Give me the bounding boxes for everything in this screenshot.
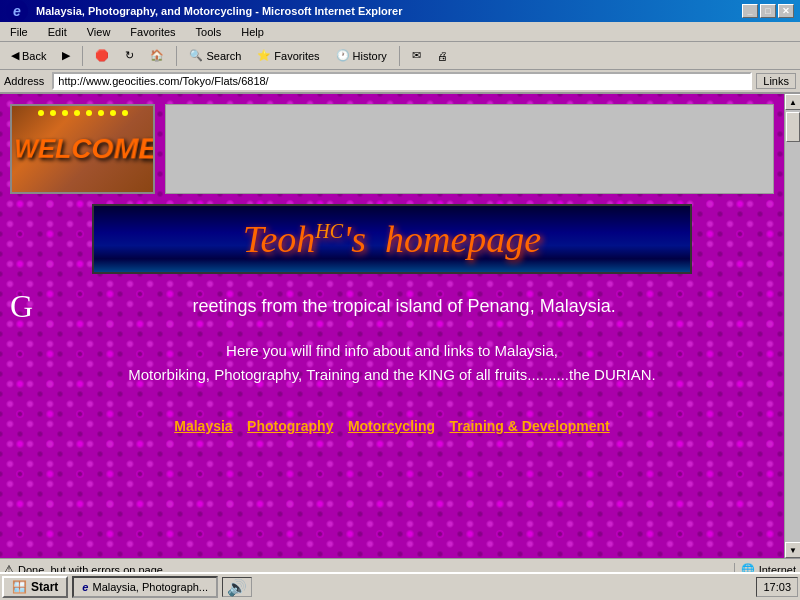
address-bar: Address Links (0, 70, 800, 94)
photography-link[interactable]: Photography (247, 418, 333, 434)
banner-placeholder (165, 104, 774, 194)
page-background: WELCOME TeohHC's homepage Greetings from… (0, 94, 784, 558)
light-6 (98, 110, 104, 116)
menu-help[interactable]: Help (235, 25, 270, 39)
history-icon: 🕐 (336, 49, 350, 62)
back-icon: ◀ (11, 49, 19, 62)
scroll-track[interactable] (785, 110, 800, 542)
separator-2 (176, 46, 177, 66)
page-banner: TeohHC's homepage (92, 204, 692, 274)
light-8 (122, 110, 128, 116)
greeting-sub: Here you will find info about and links … (10, 339, 774, 387)
content-area: WELCOME TeohHC's homepage Greetings from… (0, 94, 784, 558)
greeting-main: Greetings from the tropical island of Pe… (10, 294, 774, 319)
links-button[interactable]: Links (756, 73, 796, 89)
bottom-links: Malaysia Photography Motorcycling Traini… (10, 417, 774, 455)
menu-file[interactable]: File (4, 25, 34, 39)
home-button[interactable]: 🏠 (143, 44, 171, 68)
print-button[interactable]: 🖨 (430, 44, 455, 68)
history-button[interactable]: 🕐 History (329, 44, 394, 68)
menu-view[interactable]: View (81, 25, 117, 39)
mail-icon: ✉ (412, 49, 421, 62)
close-button[interactable]: ✕ (778, 4, 794, 18)
taskbar-ie-item[interactable]: e Malaysia, Photograph... (72, 576, 218, 598)
menu-tools[interactable]: Tools (190, 25, 228, 39)
address-label: Address (4, 75, 44, 87)
home-icon: 🏠 (150, 49, 164, 62)
welcome-image: WELCOME (10, 104, 155, 194)
favorites-button[interactable]: ⭐ Favorites (250, 44, 326, 68)
taskbar-ie-icon: e (82, 581, 88, 593)
forward-button[interactable]: ▶ (55, 44, 77, 68)
title-text: Malaysia, Photography, and Motorcycling … (36, 5, 403, 17)
welcome-section: WELCOME (10, 104, 774, 194)
welcome-lights (38, 110, 128, 116)
refresh-button[interactable]: ↻ (118, 44, 141, 68)
vertical-scrollbar: ▲ ▼ (784, 94, 800, 558)
windows-icon: 🪟 (12, 580, 27, 594)
back-button[interactable]: ◀ Back (4, 44, 53, 68)
search-icon: 🔍 (189, 49, 203, 62)
mail-button[interactable]: ✉ (405, 44, 428, 68)
toolbar: ◀ Back ▶ 🛑 ↻ 🏠 🔍 Search ⭐ Favorites 🕐 Hi… (0, 42, 800, 70)
scroll-up-button[interactable]: ▲ (785, 94, 800, 110)
tray-speaker-icon: 🔊 (227, 578, 247, 597)
scroll-thumb[interactable] (786, 112, 800, 142)
taskbar-tray: 🔊 (222, 577, 252, 597)
greeting-section: Greetings from the tropical island of Pe… (10, 294, 774, 387)
favorites-icon: ⭐ (257, 49, 271, 62)
menu-edit[interactable]: Edit (42, 25, 73, 39)
motorcycling-link[interactable]: Motorcycling (348, 418, 435, 434)
print-icon: 🖨 (437, 50, 448, 62)
forward-icon: ▶ (62, 49, 70, 62)
search-button[interactable]: 🔍 Search (182, 44, 248, 68)
malaysia-link[interactable]: Malaysia (174, 418, 232, 434)
start-button[interactable]: 🪟 Start (2, 576, 68, 598)
address-input[interactable] (52, 72, 752, 90)
title-bar: e Malaysia, Photography, and Motorcyclin… (0, 0, 800, 22)
ie-logo: e (6, 0, 28, 22)
scroll-down-button[interactable]: ▼ (785, 542, 800, 558)
minimize-button[interactable]: _ (742, 4, 758, 18)
browser-content-wrapper: WELCOME TeohHC's homepage Greetings from… (0, 94, 800, 558)
light-5 (86, 110, 92, 116)
light-4 (74, 110, 80, 116)
training-link[interactable]: Training & Development (449, 418, 609, 434)
light-2 (50, 110, 56, 116)
maximize-button[interactable]: □ (760, 4, 776, 18)
refresh-icon: ↻ (125, 49, 134, 62)
light-3 (62, 110, 68, 116)
welcome-text: WELCOME (15, 132, 155, 166)
light-7 (110, 110, 116, 116)
separator-3 (399, 46, 400, 66)
taskbar: 🪟 Start e Malaysia, Photograph... 🔊 17:0… (0, 572, 800, 600)
taskbar-clock: 17:03 (756, 577, 798, 597)
light-1 (38, 110, 44, 116)
separator-1 (82, 46, 83, 66)
big-g: G (10, 294, 33, 320)
stop-icon: 🛑 (95, 49, 109, 62)
stop-button[interactable]: 🛑 (88, 44, 116, 68)
menu-bar: File Edit View Favorites Tools Help (0, 22, 800, 42)
menu-favorites[interactable]: Favorites (124, 25, 181, 39)
